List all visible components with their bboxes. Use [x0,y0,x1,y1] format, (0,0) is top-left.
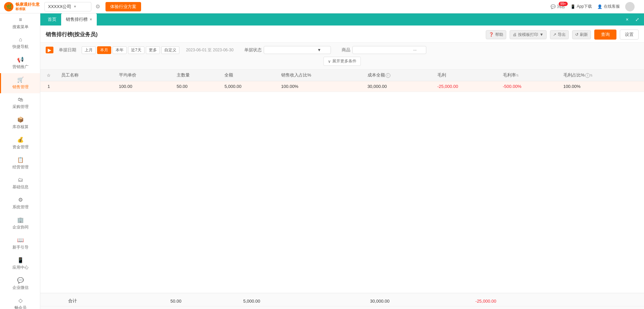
date-btn-1[interactable]: 本月 [97,46,111,54]
sidebar-label-inventory: 库存核算 [12,124,29,130]
date-btn-2[interactable]: 本年 [113,46,127,54]
sidebar-label-operations: 经营管理 [12,164,29,170]
sidebar-item-wechat[interactable]: 💬企业微信 [0,274,40,294]
col-header-gross_ratio: 毛利占比%i⇅ [559,69,644,81]
company-settings-icon[interactable]: ⚙ [94,2,101,11]
inventory-icon: 📦 [17,116,24,123]
cell-sales_ratio: 100.00% [277,81,363,92]
tab-close-icon[interactable]: × [90,17,92,22]
info-icon-gross_ratio[interactable]: i [585,73,590,78]
date-btn-5[interactable]: 自定义 [161,46,179,54]
cell-index: 1 [40,81,57,92]
cell-employee [57,81,115,92]
sidebar-item-search-order[interactable]: ≡搜索菜单 [0,13,40,33]
tab-home[interactable]: 首页 [43,13,61,25]
info-icon-cost_amount[interactable]: i [386,73,390,78]
sidebar-item-beginner[interactable]: 📖新手引导 [0,234,40,254]
sidebar-item-member[interactable]: ◇畅会员 [0,294,40,309]
sidebar-item-operations[interactable]: 📋经营管理 [0,153,40,173]
sidebar-item-marketing[interactable]: 📢营销推广 [0,53,40,73]
sidebar-item-quick-nav[interactable]: ⌂快捷导航 [0,33,40,53]
tab-sales-ranking[interactable]: 销售排行榜 × [61,13,97,25]
date-range: 2023-06-01 至 2023-06-30 [186,47,233,53]
sidebar: ≡搜索菜单⌂快捷导航📢营销推广🛒销售管理🛍采购管理📦库存核算💰资金管理📋经营管理… [0,13,40,309]
sort-icon-gross_ratio[interactable]: ⇅ [590,73,593,77]
cell-gross_profit: -25,000.00 [433,81,499,92]
filter-row: ▶ 单据日期 上月本月本年近7天更多自定义 2023-06-01 至 2023-… [46,46,639,54]
page-header: 销售排行榜(按业务员) ❓ 帮助 🖨 按模板打印 ▼ ↗ 导出 [40,25,644,43]
filter-area: ▶ 单据日期 上月本月本年近7天更多自定义 2023-06-01 至 2023-… [40,43,644,69]
purchase-mgmt-icon: 🛍 [18,97,23,103]
logo-text: 畅康通好生意 标准版 [15,2,40,11]
sidebar-item-enterprise[interactable]: 🏢企业协同 [0,213,40,234]
marketing-icon: 📢 [17,56,24,63]
sidebar-label-quick-nav: 快捷导航 [12,44,29,50]
sidebar-item-purchase-mgmt[interactable]: 🛍采购管理 [0,93,40,113]
template-print-button[interactable]: 🖨 按模板打印 ▼ [510,30,547,39]
sidebar-item-basic-info[interactable]: 🗂基础信息 [0,173,40,193]
refresh-icon: ↺ [575,32,578,37]
tab-bar-actions: × ⤢ [624,16,641,23]
date-btn-0[interactable]: 上月 [82,46,96,54]
sidebar-label-sales-mgmt: 销售管理 [12,84,29,90]
footer-cell-gross_margin [582,296,613,306]
chevron-down-icon: ∨ [328,59,331,64]
online-service-btn[interactable]: 👤 在线客服 [597,4,620,9]
maximize-icon[interactable]: ⤢ [633,16,641,23]
logo-icon: 🌿 [4,2,13,11]
sidebar-item-system-mgmt[interactable]: ⚙系统管理 [0,193,40,213]
col-header-quantity: 主数量 [173,69,220,81]
col-header-gross_margin: 毛利率⇅ [499,69,559,81]
sidebar-label-member: 畅会员 [14,305,27,309]
goods-more-icon: ··· [413,48,417,52]
main-area: 首页 销售排行榜 × × ⤢ 销售排行榜(按业务员) ❓ 帮助 [40,13,644,309]
col-header-gross_profit: 毛利 [433,69,499,81]
sidebar-item-inventory[interactable]: 📦库存核算 [0,113,40,133]
cell-quantity: 50.00 [173,81,220,92]
goods-select[interactable]: ··· [352,46,426,54]
footer-cell-cost_amount: 30,000.00 [366,296,471,306]
query-button[interactable]: 查询 [594,30,616,40]
sales-mgmt-icon: 🛒 [17,76,24,83]
company-selector[interactable]: XXXXX公司 ▼ [44,2,91,11]
more-filter-row: ∨ 展开更多条件 [46,57,639,66]
content-area: 销售排行榜(按业务员) ❓ 帮助 🖨 按模板打印 ▼ ↗ 导出 [40,25,644,309]
footer-cell-sales_ratio [335,296,366,306]
refresh-button[interactable]: ↺ 刷新 [572,30,591,39]
sidebar-label-purchase-mgmt: 采购管理 [12,104,29,110]
footer-cell-amount: 5,000.00 [239,296,335,306]
date-btn-3[interactable]: 近7天 [128,46,144,54]
expand-icon-btn[interactable]: ▶ [46,47,53,53]
cell-gross_ratio: 100.00% [559,81,644,92]
help-button[interactable]: ❓ 帮助 [486,30,506,39]
export-button[interactable]: ↗ 导出 [550,30,569,39]
col-header-employee: 员工名称 [57,69,115,81]
sidebar-item-sales-mgmt[interactable]: 🛒销售管理 [0,73,40,93]
footer-cell-gross_ratio [613,296,644,306]
app-icon: 📱 [570,4,575,9]
sort-icon-gross_margin[interactable]: ⇅ [516,73,519,77]
settings-button[interactable]: 设置 [620,30,639,40]
footer-cell-employee [105,296,136,306]
date-btn-4[interactable]: 更多 [146,46,160,54]
close-window-icon[interactable]: × [624,16,631,23]
top-bar: 🌿 畅康通好生意 标准版 XXXXX公司 ▼ ⚙ 体验行业方案 💬 消息 99+… [0,0,644,13]
try-industry-button[interactable]: 体验行业方案 [105,2,141,11]
export-icon: ↗ [553,32,556,37]
message-badge: 99+ [559,2,568,6]
page-title: 销售排行榜(按业务员) [46,31,98,38]
avatar[interactable] [625,2,635,11]
wechat-icon: 💬 [17,277,24,284]
help-icon: ❓ [489,32,494,37]
sidebar-label-finance: 资金管理 [12,144,29,150]
sidebar-item-finance[interactable]: 💰资金管理 [0,133,40,153]
sidebar-label-system-mgmt: 系统管理 [12,204,29,210]
sidebar-item-app-center[interactable]: 📱应用中心 [0,254,40,274]
message-btn[interactable]: 💬 消息 99+ [551,4,565,9]
expand-more-button[interactable]: ∨ 展开更多条件 [324,57,361,66]
status-select[interactable]: ▼ [264,46,331,54]
status-filter: 单据状态 ▼ [244,46,331,54]
app-download-btn[interactable]: 📱 App下载 [570,4,592,9]
app-center-icon: 📱 [17,257,24,263]
col-header-amount: 全额 [220,69,277,81]
